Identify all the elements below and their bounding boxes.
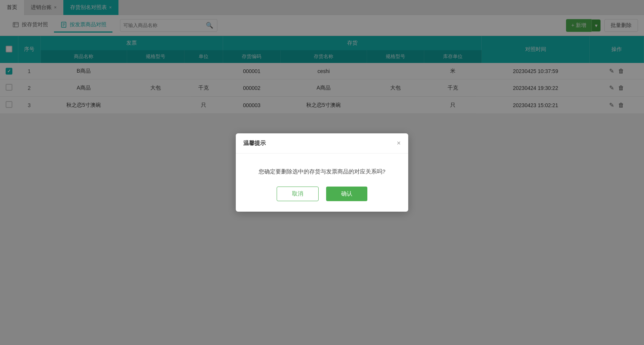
dialog-close-icon[interactable]: × <box>397 139 401 147</box>
dialog-title: 温馨提示 <box>243 140 266 147</box>
dialog-overlay: 温馨提示 × 您确定要删除选中的存货与发票商品的对应关系吗? 取消 确认 <box>0 0 644 345</box>
dialog-header: 温馨提示 × <box>236 133 408 154</box>
dialog-message: 您确定要删除选中的存货与发票商品的对应关系吗? <box>259 168 385 175</box>
dialog-cancel-button[interactable]: 取消 <box>277 187 319 201</box>
dialog-footer: 取消 确认 <box>236 187 408 212</box>
dialog: 温馨提示 × 您确定要删除选中的存货与发票商品的对应关系吗? 取消 确认 <box>236 133 408 212</box>
dialog-confirm-button[interactable]: 确认 <box>326 187 367 201</box>
dialog-body: 您确定要删除选中的存货与发票商品的对应关系吗? <box>236 154 408 187</box>
